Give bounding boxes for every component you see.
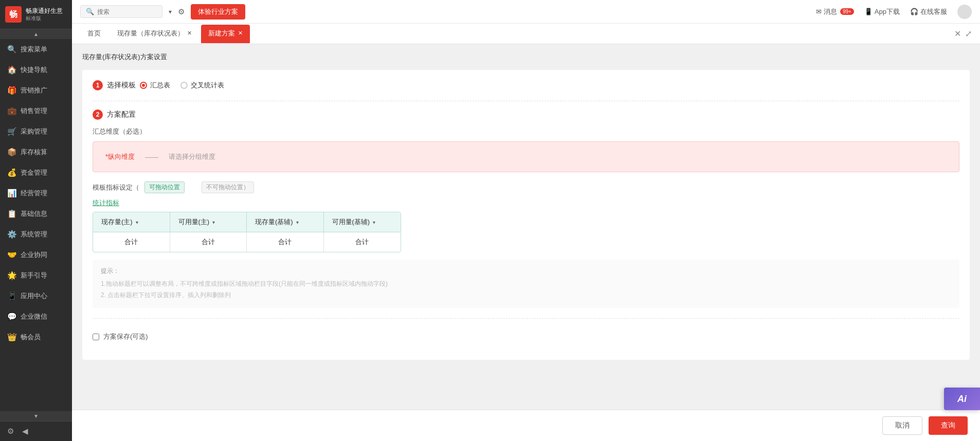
close-window-icon[interactable]: ✕: [954, 29, 961, 39]
bottom-actions: 取消 查询: [72, 410, 980, 441]
tip-item-2: 2. 点击标题栏下拉可设置排序、插入列和删除列: [101, 290, 951, 301]
tab-new-plan[interactable]: 新建方案 ✕: [201, 25, 250, 43]
user-avatar[interactable]: [957, 5, 972, 19]
col1-dropdown-icon[interactable]: ▾: [136, 219, 138, 225]
sidebar-scroll-down[interactable]: ▼: [0, 411, 72, 421]
sidebar-logo: 畅 畅康通好生意 标准版: [0, 0, 72, 29]
radio-summary[interactable]: 汇总表: [140, 81, 170, 90]
stats-table-header: 现存量(主) ▾ 可用量(主) ▾ 现存量(基辅) ▾: [93, 212, 401, 232]
search-input[interactable]: [97, 8, 159, 15]
topbar: 🔍 ▾ ⚙ 体验行业方案 ✉ 消息 99+ 📱 App下载 🎧 在线客服: [72, 0, 980, 24]
vertical-dim-label: *纵向维度: [105, 152, 135, 161]
stats-section: 统计指标 现存量(主) ▾ 可用量(主) ▾: [93, 198, 959, 252]
stats-header-col4[interactable]: 可用量(基辅) ▾: [324, 212, 401, 232]
sidebar-item-marketing[interactable]: 🎁 营销推广: [0, 80, 72, 101]
indicator-settings-label: 模板指标设定（ 可拖动位置 不可拖动位置）: [93, 181, 959, 193]
app-download-item[interactable]: 📱 App下载: [864, 7, 900, 16]
tab-new-plan-close[interactable]: ✕: [238, 30, 243, 36]
experience-btn[interactable]: 体验行业方案: [191, 4, 245, 20]
quick-nav-icon: 🏠: [7, 65, 16, 75]
main-area: 🔍 ▾ ⚙ 体验行业方案 ✉ 消息 99+ 📱 App下载 🎧 在线客服: [72, 0, 980, 441]
topbar-right: ✉ 消息 99+ 📱 App下载 🎧 在线客服: [816, 5, 972, 19]
sidebar-item-search[interactable]: 🔍 搜索菜单: [0, 39, 72, 60]
inventory-icon: 📦: [7, 148, 16, 157]
enterprise-wx-icon: 💬: [7, 312, 16, 321]
sidebar-item-quick-nav[interactable]: 🏠 快捷导航: [0, 60, 72, 80]
save-checkbox[interactable]: [93, 334, 99, 340]
sidebar-item-system[interactable]: ⚙️ 系统管理: [0, 224, 72, 245]
purchase-icon: 🛒: [7, 127, 16, 136]
settings-icon[interactable]: ⚙: [7, 427, 14, 436]
stats-header-col2[interactable]: 可用量(主) ▾: [170, 212, 247, 232]
topbar-dropdown-arrow[interactable]: ▾: [169, 8, 172, 15]
stats-table: 现存量(主) ▾ 可用量(主) ▾ 现存量(基辅) ▾: [93, 212, 401, 252]
step1-number: 1: [93, 80, 103, 90]
save-label: 方案保存(可选): [103, 332, 148, 341]
stats-header-col1[interactable]: 现存量(主) ▾: [93, 212, 170, 232]
sidebar-item-basic-info[interactable]: 📋 基础信息: [0, 204, 72, 224]
sidebar-bottom: ⚙ ◀: [0, 421, 72, 441]
sidebar: 畅 畅康通好生意 标准版 ▲ 🔍 搜索菜单 🏠 快捷导航 🎁 营销推广 💼 销售…: [0, 0, 72, 441]
query-button[interactable]: 查询: [929, 416, 968, 435]
sidebar-item-finance[interactable]: 💰 资金管理: [0, 162, 72, 183]
footer-save: 方案保存(可选): [93, 327, 959, 341]
step2-section: 2 方案配置 汇总维度（必选） *纵向维度 —— 请选择分组维度 模板指标设定（…: [93, 109, 959, 308]
sidebar-item-purchase[interactable]: 🛒 采购管理: [0, 121, 72, 142]
search-icon: 🔍: [86, 8, 94, 15]
expand-window-icon[interactable]: ⤢: [965, 29, 972, 39]
sidebar-item-member[interactable]: 👑 畅会员: [0, 327, 72, 347]
sidebar-item-new-guide[interactable]: 🌟 新手引导: [0, 265, 72, 286]
sidebar-item-inventory[interactable]: 📦 库存核算: [0, 142, 72, 162]
tips-title: 提示：: [101, 267, 951, 275]
tab-inventory-close[interactable]: ✕: [187, 30, 192, 36]
sidebar-item-enterprise[interactable]: 🤝 企业协同: [0, 245, 72, 265]
tip-item-1: 1.拖动标题栏可以调整布局，不可跨维度或指标区域拖动栏目字段(只能在同一维度或指…: [101, 279, 951, 290]
radio-cross[interactable]: 交叉统计表: [180, 81, 224, 90]
basic-info-icon: 📋: [7, 209, 16, 218]
col3-dropdown-icon[interactable]: ▾: [296, 219, 299, 225]
step1-section: 1 选择模板 汇总表 交叉统计表: [93, 80, 959, 90]
collapse-icon[interactable]: ◀: [22, 427, 28, 436]
search-icon: 🔍: [7, 45, 16, 54]
topbar-search-box[interactable]: 🔍: [80, 5, 162, 18]
cancel-button[interactable]: 取消: [882, 416, 922, 435]
sidebar-scroll-up[interactable]: ▲: [0, 29, 72, 39]
app-center-icon: 📱: [7, 291, 16, 301]
non-draggable-badge: 不可拖动位置）: [202, 181, 254, 193]
radio-cross-circle: [180, 82, 188, 89]
stats-header-col3[interactable]: 现存量(基辅) ▾: [247, 212, 324, 232]
content-area: 现存量(库存状况表)方案设置 1 选择模板 汇总表 交叉统计表: [72, 44, 980, 441]
main-panel: 1 选择模板 汇总表 交叉统计表: [82, 70, 970, 360]
step1-header: 1 选择模板 汇总表 交叉统计表: [93, 80, 959, 90]
stats-cell-1-4: 合计: [324, 232, 401, 252]
tab-inventory[interactable]: 现存量（库存状况表） ✕: [110, 25, 199, 43]
sidebar-item-operation[interactable]: 📊 经营管理: [0, 183, 72, 204]
sidebar-item-sales[interactable]: 💼 销售管理: [0, 101, 72, 121]
sidebar-item-enterprise-wx[interactable]: 💬 企业微信: [0, 306, 72, 327]
step2-number: 2: [93, 109, 103, 120]
enterprise-icon: 🤝: [7, 250, 16, 260]
phone-icon: 📱: [864, 8, 873, 15]
new-guide-icon: 🌟: [7, 271, 16, 280]
online-service-item[interactable]: 🎧 在线客服: [910, 7, 947, 16]
step2-header: 2 方案配置: [93, 109, 959, 120]
template-radio-group: 汇总表 交叉统计表: [140, 81, 224, 90]
finance-icon: 💰: [7, 168, 16, 177]
ai-float-button[interactable]: Ai: [944, 388, 980, 410]
page-title: 现存量(库存状况表)方案设置: [82, 52, 970, 62]
stats-label: 统计指标: [93, 198, 959, 208]
sidebar-item-app-center[interactable]: 📱 应用中心: [0, 286, 72, 306]
topbar-gear-icon[interactable]: ⚙: [178, 7, 185, 16]
tabs-actions: ✕ ⤢: [954, 29, 972, 39]
tabs-bar: 首页 现存量（库存状况表） ✕ 新建方案 ✕ ✕ ⤢: [72, 24, 980, 44]
col2-dropdown-icon[interactable]: ▾: [212, 219, 215, 225]
marketing-icon: 🎁: [7, 86, 16, 95]
messages-item[interactable]: ✉ 消息 99+: [816, 7, 854, 16]
step1-title: 选择模板: [107, 81, 136, 90]
dimension-section-label: 汇总维度（必选）: [93, 127, 959, 136]
dimension-area[interactable]: *纵向维度 —— 请选择分组维度: [93, 141, 959, 172]
tab-home[interactable]: 首页: [80, 25, 108, 43]
logo-icon: 畅: [5, 6, 22, 23]
radio-summary-circle: [140, 82, 147, 89]
col4-dropdown-icon[interactable]: ▾: [373, 219, 375, 225]
